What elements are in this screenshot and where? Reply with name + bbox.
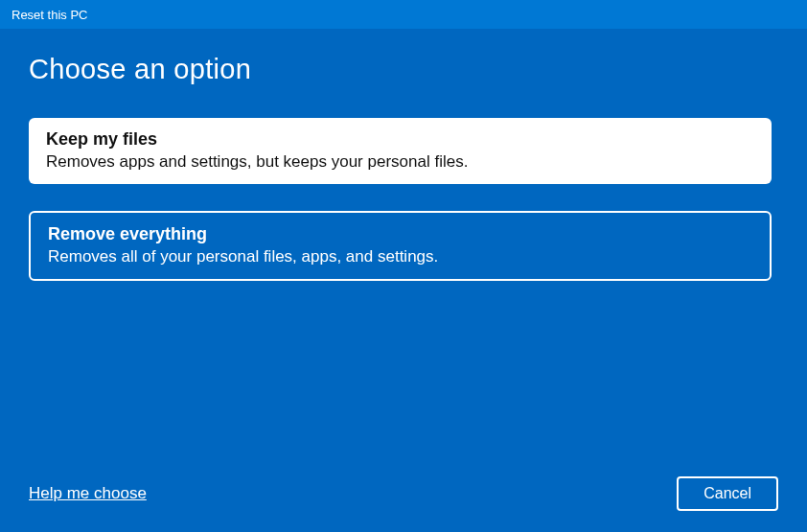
option-description: Removes apps and settings, but keeps you…	[46, 151, 754, 173]
cancel-button[interactable]: Cancel	[677, 476, 778, 511]
option-description: Removes all of your personal files, apps…	[48, 246, 752, 267]
option-keep-my-files[interactable]: Keep my files Removes apps and settings,…	[29, 118, 772, 184]
page-heading: Choose an option	[29, 54, 778, 85]
window-title: Reset this PC	[12, 8, 87, 22]
option-title: Remove everything	[48, 224, 752, 244]
option-title: Keep my files	[46, 129, 754, 150]
content-area: Choose an option Keep my files Removes a…	[0, 29, 807, 281]
footer: Help me choose Cancel	[29, 476, 778, 511]
titlebar: Reset this PC	[0, 0, 807, 29]
option-remove-everything[interactable]: Remove everything Removes all of your pe…	[29, 211, 772, 281]
help-me-choose-link[interactable]: Help me choose	[29, 484, 147, 503]
